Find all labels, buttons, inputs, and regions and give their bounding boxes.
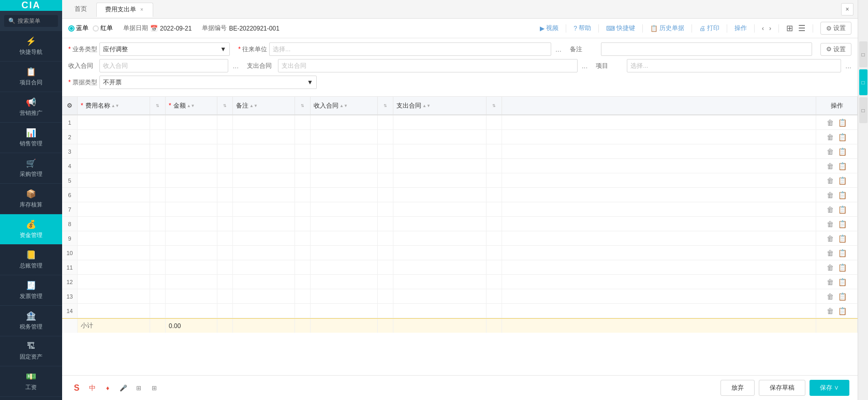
print-btn[interactable]: 🖨 打印	[699, 24, 719, 33]
td-income-contract[interactable]	[311, 202, 378, 216]
search-bar[interactable]: 🔍 搜索菜单	[4, 15, 58, 27]
td-amount[interactable]	[166, 159, 217, 173]
td-expense-contract[interactable]	[393, 159, 487, 173]
td-expense-name[interactable]	[78, 304, 150, 318]
td-note[interactable]	[233, 289, 295, 303]
grid-view-btn[interactable]: ⊞	[786, 23, 793, 33]
td-expense-name[interactable]	[78, 144, 150, 158]
note-input[interactable]	[601, 42, 812, 56]
td-expense-name[interactable]	[78, 115, 150, 129]
td-expense-contract[interactable]	[393, 115, 487, 129]
row-copy-btn[interactable]: 📋	[837, 291, 848, 302]
tab-home[interactable]: 首页	[66, 2, 95, 17]
save-btn[interactable]: 保存 ∨	[810, 380, 849, 396]
sidebar-item-tax[interactable]: 🏦 税务管理	[0, 306, 62, 336]
td-income-contract[interactable]	[311, 260, 378, 274]
td-income-contract[interactable]	[311, 115, 378, 129]
nav-prev-btn[interactable]: ‹	[762, 25, 764, 32]
td-amount[interactable]	[166, 231, 217, 245]
expense-contract-sort[interactable]: ▲▼	[422, 103, 431, 108]
td-expense-name[interactable]	[78, 159, 150, 173]
td-expense-name[interactable]	[78, 202, 150, 216]
td-amount[interactable]	[166, 217, 217, 231]
td-income-contract[interactable]	[311, 275, 378, 289]
sidebar-item-marketing[interactable]: 📢 营销推广	[0, 92, 62, 123]
td-amount[interactable]	[166, 202, 217, 216]
td-amount[interactable]	[166, 275, 217, 289]
nav-next-btn[interactable]: ›	[769, 25, 771, 32]
table-row[interactable]: 7 🗑 📋	[62, 202, 858, 217]
row-delete-btn[interactable]: 🗑	[826, 219, 835, 229]
row-delete-btn[interactable]: 🗑	[826, 190, 835, 200]
sidebar-item-quick-nav[interactable]: ⚡ 快捷导航	[0, 31, 62, 62]
sidebar-item-salary[interactable]: 💵 工资	[0, 366, 62, 397]
td-expense-contract[interactable]	[393, 130, 487, 144]
income-contract-input[interactable]: 收入合同	[99, 59, 228, 72]
td-note[interactable]	[233, 246, 295, 260]
row-copy-btn[interactable]: 📋	[837, 219, 848, 229]
td-expense-name[interactable]	[78, 231, 150, 245]
sidebar-item-capital[interactable]: 💰 资金管理	[0, 214, 62, 245]
sidebar-item-fixed-assets[interactable]: 🏗 固定资产	[0, 336, 62, 366]
sort-1-icon[interactable]: ⇅	[156, 103, 159, 108]
td-expense-contract[interactable]	[393, 304, 487, 318]
sort-5-icon[interactable]: ⇅	[492, 103, 496, 108]
td-expense-contract[interactable]	[393, 260, 487, 274]
table-row[interactable]: 10 🗑 📋	[62, 246, 858, 260]
list-view-btn[interactable]: ☰	[798, 23, 805, 33]
note-sort[interactable]: ▲▼	[249, 103, 258, 108]
sort-2-icon[interactable]: ⇅	[223, 103, 227, 108]
expense-name-sort[interactable]: ▲▼	[111, 103, 120, 108]
row-delete-btn[interactable]: 🗑	[826, 248, 835, 258]
row-copy-btn[interactable]: 📋	[837, 190, 848, 200]
sort-3-icon[interactable]: ⇅	[301, 103, 304, 108]
sidebar-item-project-contract[interactable]: 📋 项目合同	[0, 62, 62, 92]
history-btn[interactable]: 📋 历史单据	[650, 24, 684, 33]
td-income-contract[interactable]	[311, 304, 378, 318]
td-amount[interactable]	[166, 173, 217, 187]
table-row[interactable]: 13 🗑 📋	[62, 289, 858, 304]
sidebar-item-sales[interactable]: 📊 销售管理	[0, 123, 62, 153]
save-draft-btn[interactable]: 保存草稿	[759, 380, 805, 396]
invoice-type-select[interactable]: 不开票 ▼	[99, 76, 317, 89]
table-row[interactable]: 3 🗑 📋	[62, 144, 858, 159]
td-expense-name[interactable]	[78, 289, 150, 303]
td-income-contract[interactable]	[311, 173, 378, 187]
right-panel-btn-2[interactable]: □	[859, 69, 867, 95]
table-row[interactable]: 1 🗑 📋	[62, 115, 858, 130]
td-note[interactable]	[233, 231, 295, 245]
row-delete-btn[interactable]: 🗑	[826, 306, 835, 316]
right-panel-btn-3[interactable]: □	[859, 97, 867, 123]
row-copy-btn[interactable]: 📋	[837, 175, 848, 186]
business-type-select[interactable]: 应付调整 ▼	[99, 42, 230, 56]
td-amount[interactable]	[166, 304, 217, 318]
right-panel-btn-1[interactable]: □	[859, 41, 867, 67]
tab-expense[interactable]: 费用支出单 ×	[96, 3, 153, 17]
row-copy-btn[interactable]: 📋	[837, 248, 848, 258]
td-expense-name[interactable]	[78, 246, 150, 260]
row-copy-btn[interactable]: 📋	[837, 306, 848, 316]
td-note[interactable]	[233, 304, 295, 318]
td-income-contract[interactable]	[311, 217, 378, 231]
td-note[interactable]	[233, 260, 295, 274]
td-income-contract[interactable]	[311, 159, 378, 173]
td-expense-name[interactable]	[78, 130, 150, 144]
row-copy-btn[interactable]: 📋	[837, 161, 848, 171]
td-amount[interactable]	[166, 260, 217, 274]
row-copy-btn[interactable]: 📋	[837, 204, 848, 215]
td-expense-contract[interactable]	[393, 173, 487, 187]
td-note[interactable]	[233, 115, 295, 129]
td-note[interactable]	[233, 202, 295, 216]
logo-diamond[interactable]: ♦	[101, 382, 114, 394]
td-note[interactable]	[233, 275, 295, 289]
form-settings-btn[interactable]: ⚙ 设置	[820, 43, 851, 56]
row-delete-btn[interactable]: 🗑	[826, 291, 835, 302]
logo-zhong[interactable]: 中	[86, 382, 98, 394]
td-note[interactable]	[233, 130, 295, 144]
income-contract-sort[interactable]: ▲▼	[340, 103, 348, 108]
sidebar-item-operations[interactable]: 📈 经营管理	[0, 397, 62, 400]
row-copy-btn[interactable]: 📋	[837, 262, 848, 273]
expense-contract-input[interactable]: 支出合同	[278, 59, 578, 72]
td-expense-contract[interactable]	[393, 246, 487, 260]
window-close-btn[interactable]: ×	[841, 3, 854, 16]
